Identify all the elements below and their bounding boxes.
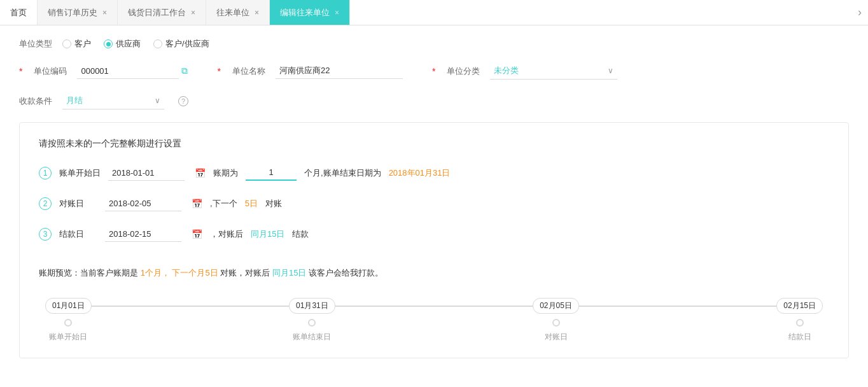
payment-date-cal-icon[interactable]: 📅 [192,229,202,239]
unit-info-row: * 单位编码 ⧉ * 单位名称 * 单位分类 未分类 ∨ [19,62,849,80]
row-num-3: 3 [39,228,52,241]
preview-section: 账期预览：当前客户账期是 1个月， 下一个月5日 对账，对账后 同月15日 该客… [39,257,829,342]
card-title: 请按照未来的一个完整帐期进行设置 [39,138,829,150]
timeline-dot-2 [552,319,560,327]
timeline-label-1: 账单结束日 [293,332,331,342]
expand-icon: › [858,6,862,19]
payment-date-input[interactable] [105,227,181,242]
preview-part1: 1个月， [141,268,170,278]
timeline-bubble-3: 02月15日 [776,298,823,314]
unit-code-label: 单位编码 [34,66,67,77]
unit-name-input[interactable] [276,64,403,79]
payment-terms-select[interactable]: 月结 ∨ [62,92,164,109]
timeline-bubble-1: 01月31日 [289,298,335,314]
start-date-cal-icon[interactable]: 📅 [195,168,206,178]
tab-partner-unit[interactable]: 往来单位 × [206,0,270,25]
preview-part3: 同月15日 [272,268,306,278]
preview-prefix: 账期预览：当前客户账期是 [39,268,138,278]
end-date-prefix: 个月,账单结束日期为 [304,167,381,179]
timeline-points: 01月01日 账单开始日 01月31日 账单结束日 02月05日 对账日 [45,298,823,342]
unit-cat-select[interactable]: 未分类 ∨ [490,62,617,80]
tabs-expand-button[interactable]: › [851,0,868,25]
timeline-bubble-0: 01月01日 [45,298,92,314]
unit-code-required: * [19,66,22,76]
unit-cat-arrow-icon: ∨ [608,66,613,75]
preview-middle: 对账，对账后 [220,268,270,278]
unit-code-copy-icon[interactable]: ⧉ [181,66,188,76]
preview-part2: 下一个月5日 [172,268,218,278]
setting-row-2: 2 对账日 📅 ,下一个 5日 对账 [39,196,829,211]
card-section: 请按照未来的一个完整帐期进行设置 1 账单开始日 📅 账期为 个月,账单结束日期… [19,122,849,358]
unit-type-row: 单位类型 客户 供应商 客户/供应商 [19,38,849,50]
tab-home[interactable]: 首页 [0,0,38,25]
payment-terms-arrow-icon: ∨ [155,96,160,105]
main-content: 单位类型 客户 供应商 客户/供应商 * 单位编码 ⧉ * 单位名称 [0,25,868,387]
unit-cat-value: 未分类 [494,65,608,76]
unit-cat-label: 单位分类 [447,66,480,77]
tab-edit-partner-close[interactable]: × [335,8,339,17]
tab-home-label: 首页 [10,7,27,18]
tab-sales-history[interactable]: 销售订单历史 × [38,0,118,25]
unit-name-wrapper [276,64,403,79]
payment-terms-help-icon[interactable]: ? [178,96,188,106]
timeline-point-1: 01月31日 账单结束日 [289,298,335,342]
timeline-point-3: 02月15日 结款日 [776,298,823,342]
preview-text: 账期预览：当前客户账期是 1个月， 下一个月5日 对账，对账后 同月15日 该客… [39,267,829,279]
setting-row-3: 3 结款日 📅 ，对账后 同月15日 结款 [39,227,829,242]
month-input[interactable] [246,165,297,181]
tab-sales-history-label: 销售订单历史 [48,7,97,18]
tab-partner-unit-close[interactable]: × [255,8,259,17]
payment-prefix: ，对账后 [210,229,243,240]
radio-supplier[interactable]: 供应商 [104,38,141,50]
timeline-point-0: 01月01日 账单开始日 [45,298,92,342]
unit-name-label: 单位名称 [232,66,265,77]
tab-sales-history-close[interactable]: × [102,8,107,17]
timeline-label-2: 对账日 [545,332,568,342]
radio-customer-circle [62,39,71,48]
radio-customer[interactable]: 客户 [62,38,91,50]
start-date-input[interactable] [108,165,185,181]
payment-terms-row: 收款条件 月结 ∨ ? [19,92,849,109]
timeline-dot-3 [796,319,804,327]
radio-both-circle [153,39,162,48]
reconcile-date-cal-icon[interactable]: 📅 [192,199,202,209]
tab-edit-partner-label: 编辑往来单位 [280,7,330,18]
reconcile-suffix: 对账 [265,198,282,209]
unit-code-input[interactable] [77,64,179,79]
timeline-dot-0 [64,319,72,327]
tab-cash-work[interactable]: 钱货日清工作台 × [118,0,206,25]
unit-type-radio-group: 客户 供应商 客户/供应商 [62,38,209,50]
tab-edit-partner[interactable]: 编辑往来单位 × [270,0,350,25]
timeline-label-0: 账单开始日 [49,332,87,342]
period-text: 账期为 [213,167,238,179]
end-date-value: 2018年01月31日 [389,167,451,179]
tab-partner-unit-label: 往来单位 [216,7,249,18]
tabs-bar: 首页 销售订单历史 × 钱货日清工作台 × 往来单位 × 编辑往来单位 × › [0,0,868,25]
reconcile-date-input[interactable] [105,196,181,211]
row-label-2: 对账日 [59,198,97,209]
preview-suffix: 该客户会给我打款。 [309,268,383,278]
row-num-2: 2 [39,197,52,210]
radio-both-label: 客户/供应商 [165,38,209,50]
payment-day: 同月15日 [251,229,284,240]
row-label-3: 结款日 [59,229,97,240]
reconcile-day: 5日 [245,198,258,209]
payment-terms-label: 收款条件 [19,95,52,107]
payment-suffix: 结款 [292,229,309,240]
radio-both[interactable]: 客户/供应商 [153,38,209,50]
radio-supplier-label: 供应商 [116,38,141,50]
unit-name-required: * [217,66,220,76]
tab-cash-work-close[interactable]: × [191,8,195,17]
timeline: 01月01日 账单开始日 01月31日 账单结束日 02月05日 对账日 [45,298,823,342]
unit-cat-required: * [432,66,435,76]
setting-row-1: 1 账单开始日 📅 账期为 个月,账单结束日期为 2018年01月31日 [39,165,829,181]
radio-customer-label: 客户 [74,38,91,50]
tab-cash-work-label: 钱货日清工作台 [128,7,186,18]
row-num-1: 1 [39,167,52,179]
unit-type-label: 单位类型 [19,38,52,50]
timeline-bubble-2: 02月05日 [533,298,579,314]
reconcile-prefix: ,下一个 [210,198,237,209]
unit-code-wrapper: ⧉ [77,64,188,79]
radio-supplier-circle [104,39,113,48]
payment-terms-value: 月结 [66,95,155,106]
